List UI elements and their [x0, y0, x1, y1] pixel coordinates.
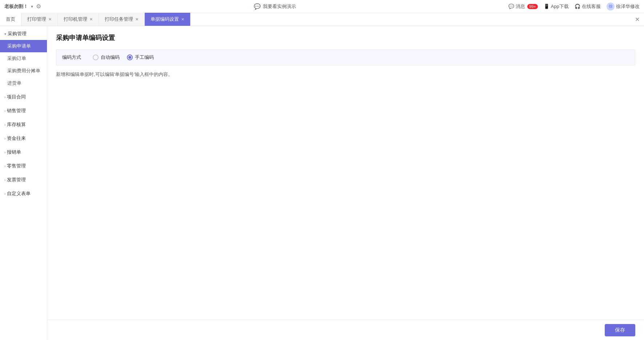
- arrow-right-icon-invoice: [4, 178, 5, 182]
- example-link[interactable]: 我要看实例演示: [263, 3, 296, 10]
- sidebar-group-header-purchase-mgmt[interactable]: ▾ 采购管理: [0, 28, 47, 40]
- sidebar-group-header-custom-forms[interactable]: 自定义表单: [0, 187, 47, 200]
- sidebar-item-stock-in[interactable]: 进货单: [0, 77, 47, 89]
- tab-bar: 首页 打印管理 ✕ 打印机管理 ✕ 打印任务管理 ✕ 单据编码设置 ✕ ✕: [0, 13, 644, 26]
- tab-print-task-mgmt-label: 打印任务管理: [105, 16, 133, 23]
- sidebar-item-label-purchase-order: 采购订单: [7, 56, 26, 61]
- tab-print-task-mgmt[interactable]: 打印任务管理 ✕: [99, 13, 145, 26]
- arrow-right-icon-project: [4, 95, 5, 99]
- settings-icon[interactable]: ⚙: [36, 3, 41, 10]
- top-bar-left: 老板勿割！ ⚙: [4, 3, 41, 10]
- sidebar-group-label-inventory: 库存核算: [7, 121, 26, 128]
- top-bar: 老板勿割！ ⚙ 💬 我要看实例演示 💬 消息 99+ 📱 App下载 🎧 在线客…: [0, 0, 644, 13]
- sidebar-group-custom-forms: 自定义表单: [0, 187, 47, 200]
- tab-printer-mgmt-label: 打印机管理: [64, 16, 87, 23]
- sidebar-group-inventory: 库存核算: [0, 118, 47, 131]
- tab-home-label: 首页: [6, 16, 15, 23]
- phone-icon: 📱: [544, 4, 549, 9]
- arrow-down-icon: ▾: [4, 32, 6, 36]
- messages-label: 消息: [516, 3, 525, 10]
- sidebar-group-label-project-contract: 项目合同: [7, 94, 26, 100]
- info-text: 新增和编辑单据时,可以编辑'单据编号'输入框中的内容。: [56, 71, 635, 78]
- online-service-item[interactable]: 🎧 在线客服: [575, 3, 601, 10]
- auto-code-label: 自动编码: [101, 54, 120, 61]
- sidebar-group-label-sales-mgmt: 销售管理: [7, 108, 26, 114]
- manual-code-label: 手工编码: [135, 54, 154, 61]
- auto-code-radio-circle[interactable]: [93, 54, 99, 60]
- arrow-right-icon-returns: [4, 150, 5, 154]
- sidebar-group-invoice-mgmt: 发票管理: [0, 174, 47, 186]
- user-item[interactable]: 徐 徐泽华修改: [607, 3, 640, 11]
- user-name: 徐泽华修改: [616, 3, 640, 10]
- content-main: 采购申请单编码设置 编码方式 自动编码 手工编码: [47, 26, 644, 320]
- tab-printer-mgmt[interactable]: 打印机管理 ✕: [58, 13, 99, 26]
- arrow-right-icon-inventory: [4, 123, 5, 127]
- messages-badge: 99+: [527, 4, 538, 9]
- headset-icon: 🎧: [575, 4, 580, 9]
- arrow-right-icon-retail: [4, 164, 5, 168]
- auto-code-radio-item[interactable]: 自动编码: [93, 54, 120, 61]
- main-layout: ▾ 采购管理 采购申请单 采购订单 采购费用分摊单 进货单 项目合同: [0, 26, 644, 340]
- manual-code-radio-circle[interactable]: [127, 54, 133, 60]
- sidebar-group-funds: 资金往来: [0, 132, 47, 145]
- sidebar-group-header-retail-mgmt[interactable]: 零售管理: [0, 160, 47, 172]
- tab-print-mgmt-label: 打印管理: [27, 16, 46, 23]
- sidebar-group-returns: 报销单: [0, 146, 47, 158]
- sidebar-group-sales-mgmt: 销售管理: [0, 105, 47, 117]
- top-bar-right: 💬 消息 99+ 📱 App下载 🎧 在线客服 徐 徐泽华修改: [508, 3, 640, 11]
- sidebar-item-label-purchase-expense: 采购费用分摊单: [7, 68, 40, 73]
- message-icon: 💬: [508, 4, 514, 9]
- sidebar-group-header-returns[interactable]: 报销单: [0, 146, 47, 158]
- tab-print-mgmt-close-icon[interactable]: ✕: [48, 17, 52, 22]
- sidebar-item-purchase-expense[interactable]: 采购费用分摊单: [0, 65, 47, 77]
- sidebar-group-label-funds: 资金往来: [7, 135, 26, 142]
- sidebar-item-purchase-order[interactable]: 采购订单: [0, 52, 47, 65]
- sidebar-group-purchase-mgmt: ▾ 采购管理 采购申请单 采购订单 采购费用分摊单 进货单: [0, 28, 47, 89]
- tab-printer-mgmt-close-icon[interactable]: ✕: [89, 17, 93, 22]
- save-button[interactable]: 保存: [605, 324, 635, 336]
- brand-label: 老板勿割！: [4, 3, 28, 10]
- messages-item[interactable]: 💬 消息 99+: [508, 3, 538, 10]
- sidebar-group-label-invoice-mgmt: 发票管理: [7, 177, 26, 183]
- tab-home[interactable]: 首页: [0, 13, 21, 26]
- page-title: 采购申请单编码设置: [56, 33, 635, 42]
- manual-code-radio-item[interactable]: 手工编码: [127, 54, 154, 61]
- sidebar-group-header-invoice-mgmt[interactable]: 发票管理: [0, 174, 47, 186]
- arrow-right-icon-funds: [4, 137, 5, 141]
- arrow-right-icon-custom: [4, 192, 5, 196]
- brand-dropdown-icon[interactable]: [31, 4, 33, 9]
- tab-single-code-settings-close-icon[interactable]: ✕: [181, 17, 184, 22]
- sidebar-item-label-stock-in: 进货单: [7, 80, 21, 86]
- sidebar-item-purchase-request[interactable]: 采购申请单: [0, 40, 47, 52]
- top-bar-center: 💬 我要看实例演示: [254, 3, 296, 10]
- encoding-radio-group: 自动编码 手工编码: [93, 54, 154, 61]
- app-download-item[interactable]: 📱 App下载: [544, 3, 569, 10]
- encoding-label: 编码方式: [62, 54, 84, 61]
- sidebar-group-header-inventory[interactable]: 库存核算: [0, 118, 47, 131]
- sidebar-group-label-returns: 报销单: [7, 149, 21, 155]
- tab-print-task-mgmt-close-icon[interactable]: ✕: [135, 17, 139, 22]
- footer-bar: 保存: [47, 320, 644, 340]
- sidebar: ▾ 采购管理 采购申请单 采购订单 采购费用分摊单 进货单 项目合同: [0, 26, 47, 340]
- tab-single-code-settings[interactable]: 单据编码设置 ✕: [145, 13, 191, 26]
- online-service-label: 在线客服: [582, 3, 601, 10]
- app-download-label: App下载: [551, 3, 569, 10]
- sidebar-group-label-purchase-mgmt: 采购管理: [8, 31, 27, 37]
- sidebar-group-header-project-contract[interactable]: 项目合同: [0, 91, 47, 103]
- sidebar-group-label-retail-mgmt: 零售管理: [7, 163, 26, 169]
- sidebar-group-retail-mgmt: 零售管理: [0, 160, 47, 172]
- user-avatar: 徐: [607, 3, 615, 11]
- encoding-form-row: 编码方式 自动编码 手工编码: [56, 49, 635, 65]
- tab-print-mgmt[interactable]: 打印管理 ✕: [21, 13, 58, 26]
- sidebar-group-project-contract: 项目合同: [0, 91, 47, 103]
- sidebar-group-header-funds[interactable]: 资金往来: [0, 132, 47, 145]
- arrow-right-icon-sales: [4, 109, 5, 113]
- sidebar-group-header-sales-mgmt[interactable]: 销售管理: [0, 105, 47, 117]
- tab-single-code-settings-label: 单据编码设置: [151, 16, 179, 23]
- tab-bar-close-icon[interactable]: ✕: [631, 16, 644, 23]
- sidebar-group-label-custom-forms: 自定义表单: [7, 190, 31, 197]
- sidebar-item-label-purchase-request: 采购申请单: [7, 43, 31, 49]
- content-area: 采购申请单编码设置 编码方式 自动编码 手工编码: [47, 26, 644, 340]
